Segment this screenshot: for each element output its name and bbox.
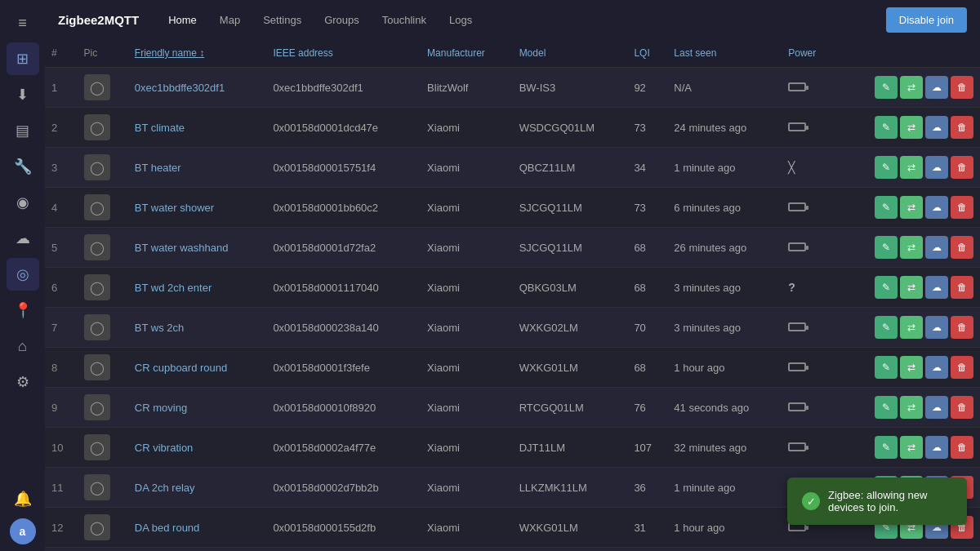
sidebar-item-download[interactable]: ⬇ [7, 78, 39, 111]
device-pic: ◯ [84, 314, 110, 340]
row-friendly-name[interactable]: CR vibration [128, 428, 267, 468]
share-button[interactable]: ⇄ [900, 116, 923, 139]
col-power[interactable]: Power [782, 39, 835, 68]
row-model: QBKG03LM [513, 268, 628, 308]
col-manufacturer[interactable]: Manufacturer [421, 39, 513, 68]
avatar[interactable]: a [10, 518, 36, 544]
edit-button[interactable]: ✎ [875, 356, 898, 379]
col-ieee[interactable]: IEEE address [266, 39, 421, 68]
edit-button[interactable]: ✎ [875, 316, 898, 339]
device-table: # Pic Friendly name ↕ IEEE address Manuf… [45, 39, 980, 551]
delete-button[interactable]: 🗑 [951, 276, 973, 299]
edit-button[interactable]: ✎ [875, 276, 898, 299]
delete-button[interactable]: 🗑 [951, 116, 973, 139]
col-last-seen[interactable]: Last seen [667, 39, 782, 68]
cloud-button[interactable]: ☁ [925, 196, 948, 219]
row-friendly-name[interactable]: DA bed square [128, 548, 267, 552]
delete-button[interactable]: 🗑 [951, 316, 973, 339]
row-lqi: 68 [627, 228, 667, 268]
col-model[interactable]: Model [513, 39, 628, 68]
share-button[interactable]: ⇄ [900, 76, 923, 99]
nav-groups[interactable]: Groups [314, 9, 369, 31]
cloud-button[interactable]: ☁ [925, 396, 948, 419]
nav-map[interactable]: Map [210, 9, 250, 31]
col-friendly-name[interactable]: Friendly name ↕ [128, 39, 267, 68]
sidebar-item-home[interactable]: ⌂ [7, 330, 39, 362]
cloud-button[interactable]: ☁ [925, 116, 948, 139]
row-manufacturer: BlitzWolf [421, 68, 513, 108]
sidebar-item-bell[interactable]: 🔔 [7, 482, 39, 515]
edit-button[interactable]: ✎ [875, 436, 898, 459]
sidebar-item-settings[interactable]: ⚙ [7, 366, 39, 398]
delete-button[interactable]: 🗑 [951, 356, 973, 379]
cloud-button[interactable]: ☁ [925, 436, 948, 459]
row-friendly-name[interactable]: BT wd 2ch enter [128, 268, 267, 308]
row-friendly-name[interactable]: CR cupboard round [128, 348, 267, 388]
cloud-button[interactable]: ☁ [925, 76, 948, 99]
sidebar-item-circle[interactable]: ◉ [7, 186, 39, 219]
share-button[interactable]: ⇄ [900, 236, 923, 259]
row-ieee: 0x00158d0001117040 [266, 268, 421, 308]
row-last-seen: 46 minutes ago [667, 548, 782, 552]
row-last-seen: N/A [667, 68, 782, 108]
nav-touchlink[interactable]: Touchlink [372, 9, 436, 31]
row-friendly-name[interactable]: CR moving [128, 388, 267, 428]
sidebar-item-dashboard[interactable]: ⊞ [7, 42, 39, 75]
delete-button[interactable]: 🗑 [951, 76, 973, 99]
cloud-button[interactable]: ☁ [925, 316, 948, 339]
edit-button[interactable]: ✎ [875, 236, 898, 259]
share-button[interactable]: ⇄ [900, 196, 923, 219]
delete-button[interactable]: 🗑 [951, 196, 973, 219]
cloud-button[interactable]: ☁ [925, 156, 948, 179]
cloud-button[interactable]: ☁ [925, 276, 948, 299]
row-pic: ◯ [78, 548, 128, 552]
row-friendly-name[interactable]: DA 2ch relay [128, 468, 267, 508]
col-lqi[interactable]: LQI [627, 39, 667, 68]
share-button[interactable]: ⇄ [900, 356, 923, 379]
row-model: WXKG02LM [513, 308, 628, 348]
edit-button[interactable]: ✎ [875, 156, 898, 179]
delete-button[interactable]: 🗑 [951, 156, 973, 179]
sidebar-item-active[interactable]: ◎ [7, 258, 39, 291]
row-friendly-name[interactable]: DA bed round [128, 508, 267, 548]
row-friendly-name[interactable]: BT climate [128, 108, 267, 148]
share-button[interactable]: ⇄ [900, 156, 923, 179]
device-pic: ◯ [84, 234, 110, 260]
row-manufacturer: Xiaomi [421, 148, 513, 188]
power-battery-icon [788, 362, 806, 371]
cloud-button[interactable]: ☁ [925, 356, 948, 379]
row-friendly-name[interactable]: BT ws 2ch [128, 308, 267, 348]
edit-button[interactable]: ✎ [875, 116, 898, 139]
row-ieee: 0x00158d0002a4f77e [266, 428, 421, 468]
share-button[interactable]: ⇄ [900, 396, 923, 419]
sidebar-item-cloud[interactable]: ☁ [7, 222, 39, 255]
share-button[interactable]: ⇄ [900, 276, 923, 299]
row-friendly-name[interactable]: BT heater [128, 148, 267, 188]
col-pic: Pic [78, 39, 128, 68]
row-friendly-name[interactable]: BT water washhand [128, 228, 267, 268]
sidebar-item-wrench[interactable]: 🔧 [7, 150, 39, 183]
edit-button[interactable]: ✎ [875, 396, 898, 419]
row-manufacturer: Xiaomi [421, 348, 513, 388]
row-ieee: 0xec1bbdffe302df1 [266, 68, 421, 108]
row-lqi: 68 [627, 268, 667, 308]
nav-home[interactable]: Home [158, 9, 207, 31]
sidebar-item-chart[interactable]: ▤ [7, 114, 39, 147]
edit-button[interactable]: ✎ [875, 76, 898, 99]
share-button[interactable]: ⇄ [900, 316, 923, 339]
row-friendly-name[interactable]: BT water shower [128, 188, 267, 228]
nav-settings[interactable]: Settings [253, 9, 311, 31]
nav-logs[interactable]: Logs [439, 9, 482, 31]
power-battery-icon [788, 442, 806, 451]
sidebar-item-pin[interactable]: 📍 [7, 294, 39, 327]
cloud-button[interactable]: ☁ [925, 236, 948, 259]
delete-button[interactable]: 🗑 [951, 436, 973, 459]
delete-button[interactable]: 🗑 [951, 396, 973, 419]
row-last-seen: 6 minutes ago [667, 188, 782, 228]
row-friendly-name[interactable]: 0xec1bbdffe302df1 [128, 68, 267, 108]
sidebar-item-hamburger[interactable]: ≡ [7, 7, 39, 39]
disable-join-button[interactable]: Disable join [886, 7, 967, 33]
share-button[interactable]: ⇄ [900, 436, 923, 459]
delete-button[interactable]: 🗑 [951, 236, 973, 259]
edit-button[interactable]: ✎ [875, 196, 898, 219]
